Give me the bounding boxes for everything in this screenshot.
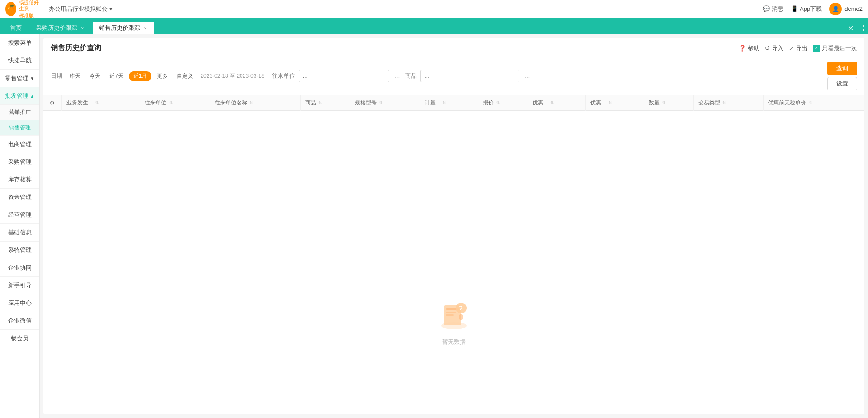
date-btn-1month[interactable]: 近1月 xyxy=(129,71,152,81)
table-col-quantity[interactable]: 数量 ⇅ xyxy=(644,95,693,111)
sidebar-item-new-guide[interactable]: 新手引导 xyxy=(0,277,39,294)
empty-text: 暂无数据 xyxy=(442,338,466,346)
date-btn-yesterday[interactable]: 昨天 xyxy=(66,71,84,81)
chevron-up-icon: ▲ xyxy=(30,94,34,99)
sidebar-item-finance[interactable]: 资金管理 xyxy=(0,189,39,206)
sidebar-sub-item-marketing[interactable]: 营销推广 xyxy=(0,105,39,120)
table-col-goods[interactable]: 商品 ⇅ xyxy=(300,95,350,111)
message-icon: 💬 xyxy=(763,5,770,12)
sidebar-item-member[interactable]: 畅会员 xyxy=(0,330,39,347)
page-title: 销售历史价查询 xyxy=(51,43,101,53)
sidebar-item-basic-info[interactable]: 基础信息 xyxy=(0,224,39,242)
sort-icon: ⇅ xyxy=(809,100,812,105)
header-right: 💬 消息 📱 App下载 👤 demo2 xyxy=(763,3,863,15)
table-col-partner[interactable]: 往来单位 ⇅ xyxy=(140,95,210,111)
sort-icon: ⇅ xyxy=(95,100,99,105)
help-icon: ❓ xyxy=(739,45,746,52)
settings-button[interactable]: 设置 xyxy=(827,77,857,90)
close-tab-button[interactable]: ✕ xyxy=(848,24,854,33)
maximize-button[interactable]: ⛶ xyxy=(857,24,864,33)
table-col-date[interactable]: 业务发生... ⇅ xyxy=(61,95,140,111)
tab-close-sales[interactable]: × xyxy=(143,25,147,31)
date-buttons: 昨天 今天 近7天 近1月 更多 自定义 xyxy=(66,71,197,81)
empty-illustration: ? xyxy=(436,296,472,332)
logo-icon: 🍊 xyxy=(5,2,16,16)
sort-icon: ⇅ xyxy=(379,100,382,105)
goods-input[interactable] xyxy=(420,70,519,82)
svg-rect-3 xyxy=(446,312,456,313)
tab-close-purchase[interactable]: × xyxy=(80,25,85,31)
sort-icon: ⇅ xyxy=(722,100,726,105)
mobile-icon: 📱 xyxy=(791,5,798,12)
svg-text:?: ? xyxy=(459,304,463,312)
sidebar-item-enterprise-wechat[interactable]: 企业微信 xyxy=(0,312,39,330)
sidebar-item-wholesale[interactable]: 批发管理 ▲ xyxy=(0,87,39,105)
tab-purchase-history[interactable]: 采购历史价跟踪 × xyxy=(30,22,91,34)
last-once-checkbox[interactable]: ✓ 只看最后一次 xyxy=(813,44,857,52)
chevron-down-icon: ▾ xyxy=(109,5,113,12)
sort-icon: ⇅ xyxy=(443,100,446,105)
import-button[interactable]: ↺ 导入 xyxy=(765,44,783,52)
svg-rect-4 xyxy=(446,314,454,316)
sort-icon: ⇅ xyxy=(250,100,253,105)
page-container: 销售历史价查询 ❓ 帮助 ↺ 导入 ↗ 导出 ✓ xyxy=(43,38,864,414)
date-filter-group: 日期 昨天 今天 近7天 近1月 更多 自定义 2023-02-18 至 202… xyxy=(51,71,264,81)
sidebar-item-purchase[interactable]: 采购管理 xyxy=(0,153,39,171)
page-header-actions: ❓ 帮助 ↺ 导入 ↗ 导出 ✓ 只看最后一次 xyxy=(739,44,857,52)
import-icon: ↺ xyxy=(765,45,770,52)
sidebar-item-app-center[interactable]: 应用中心 xyxy=(0,294,39,312)
partner-input[interactable] xyxy=(299,70,389,82)
tab-sales-history[interactable]: 销售历史价跟踪 × xyxy=(93,22,154,34)
main-layout: 搜索菜单 快捷导航 零售管理 ▼ 批发管理 ▲ 营销推广 销售管理 电商管理 采… xyxy=(0,34,868,418)
goods-filter-field: 商品 ... xyxy=(405,70,532,82)
logo-text: 畅捷信好生意 标准版 xyxy=(19,0,42,19)
sidebar-item-retail[interactable]: 零售管理 ▼ xyxy=(0,70,39,87)
table-col-spec[interactable]: 规格型号 ⇅ xyxy=(350,95,420,111)
sidebar-item-enterprise-collab[interactable]: 企业协同 xyxy=(0,259,39,277)
message-button[interactable]: 💬 消息 xyxy=(763,5,783,13)
table-col-settings[interactable]: ⚙ xyxy=(43,95,61,111)
date-btn-custom[interactable]: 自定义 xyxy=(173,71,197,81)
date-btn-7days[interactable]: 近7天 xyxy=(106,71,127,81)
goods-picker-button[interactable]: ... xyxy=(523,71,532,81)
user-avatar-area[interactable]: 👤 demo2 xyxy=(829,3,863,15)
table-col-discount1[interactable]: 优惠... ⇅ xyxy=(528,95,586,111)
sidebar-item-system[interactable]: 系统管理 xyxy=(0,242,39,259)
data-table: ⚙ 业务发生... ⇅ 往来单位 ⇅ 往来单位名称 xyxy=(43,95,864,111)
partner-picker-button[interactable]: ... xyxy=(393,71,402,81)
table-col-partner-name[interactable]: 往来单位名称 ⇅ xyxy=(210,95,301,111)
chevron-down-icon: ▼ xyxy=(30,76,34,81)
sidebar-item-operations[interactable]: 经营管理 xyxy=(0,206,39,224)
sidebar-item-inventory[interactable]: 库存核算 xyxy=(0,171,39,189)
date-btn-more[interactable]: 更多 xyxy=(153,71,171,81)
table-area: ⚙ 业务发生... ⇅ 往来单位 ⇅ 往来单位名称 xyxy=(43,95,864,228)
content-area: 销售历史价查询 ❓ 帮助 ↺ 导入 ↗ 导出 ✓ xyxy=(40,34,868,418)
tab-home[interactable]: 首页 xyxy=(4,22,28,34)
app-download-button[interactable]: 📱 App下载 xyxy=(791,5,822,13)
tab-bar: 首页 采购历史价跟踪 × 销售历史价跟踪 × ✕ ⛶ xyxy=(0,18,868,34)
table-col-discount2[interactable]: 优惠... ⇅ xyxy=(586,95,644,111)
table-col-pretax-price[interactable]: 优惠前无税单价 ⇅ xyxy=(764,95,864,111)
sidebar-item-search[interactable]: 搜索菜单 xyxy=(0,34,39,52)
table-col-quote[interactable]: 报价 ⇅ xyxy=(478,95,528,111)
table-col-unit[interactable]: 计量... ⇅ xyxy=(420,95,478,111)
sidebar-item-quick-nav[interactable]: 快捷导航 xyxy=(0,52,39,70)
sort-icon: ⇅ xyxy=(550,100,554,105)
table-and-empty: ⚙ 业务发生... ⇅ 往来单位 ⇅ 往来单位名称 xyxy=(43,95,864,414)
tab-bar-controls: ✕ ⛶ xyxy=(848,24,864,34)
sidebar-sub-item-sales[interactable]: 销售管理 xyxy=(0,120,39,136)
sort-icon: ⇅ xyxy=(496,100,500,105)
date-btn-today[interactable]: 今天 xyxy=(86,71,104,81)
workspace-selector[interactable]: 办公用品行业模拟账套 ▾ xyxy=(45,3,116,15)
page-header: 销售历史价查询 ❓ 帮助 ↺ 导入 ↗ 导出 ✓ xyxy=(43,38,864,57)
help-button[interactable]: ❓ 帮助 xyxy=(739,44,760,52)
date-range-text: 2023-02-18 至 2023-03-18 xyxy=(200,72,264,80)
table-col-trade-type[interactable]: 交易类型 ⇅ xyxy=(693,95,764,111)
sidebar-item-ecommerce[interactable]: 电商管理 xyxy=(0,136,39,153)
query-button[interactable]: 查询 xyxy=(827,62,857,75)
export-button[interactable]: ↗ 导出 xyxy=(789,44,807,52)
partner-filter-field: 往来单位 ... xyxy=(272,70,402,82)
avatar: 👤 xyxy=(829,3,842,15)
export-icon: ↗ xyxy=(789,45,794,52)
filter-input-area: 往来单位 ... 商品 ... xyxy=(272,70,820,82)
